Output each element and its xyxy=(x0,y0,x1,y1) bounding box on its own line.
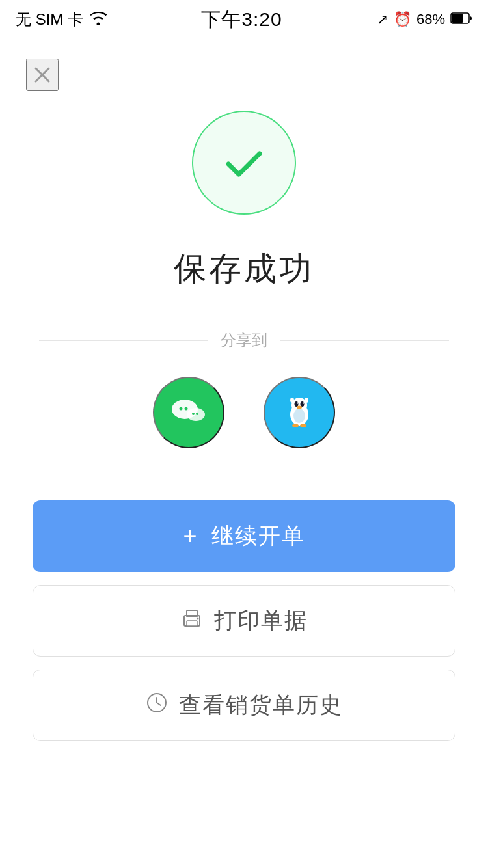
print-button[interactable]: 打印单据 xyxy=(33,585,455,657)
continue-label: 继续开单 xyxy=(211,521,305,551)
svg-point-25 xyxy=(197,618,199,620)
svg-point-5 xyxy=(187,408,205,421)
wechat-share-button[interactable] xyxy=(153,377,224,448)
location-icon: ↗ xyxy=(377,11,388,28)
print-label: 打印单据 xyxy=(214,606,308,636)
battery-icon xyxy=(450,11,472,28)
qq-icon xyxy=(278,391,321,434)
svg-point-7 xyxy=(185,407,188,411)
alarm-icon: ⏰ xyxy=(394,11,411,28)
close-button[interactable] xyxy=(26,59,59,91)
history-label: 查看销货单历史 xyxy=(179,690,343,720)
continue-plus-icon: + xyxy=(183,522,198,550)
checkmark-icon xyxy=(218,137,270,189)
share-label: 分享到 xyxy=(221,330,267,351)
svg-point-14 xyxy=(297,402,298,403)
svg-rect-1 xyxy=(452,14,463,23)
battery-label: 68% xyxy=(416,11,445,28)
close-icon xyxy=(31,63,54,87)
time-display: 下午3:20 xyxy=(201,7,282,33)
qq-share-button[interactable] xyxy=(264,377,335,448)
svg-point-9 xyxy=(196,413,198,415)
continue-button[interactable]: + 继续开单 xyxy=(33,500,455,572)
wifi-icon xyxy=(90,10,107,29)
wechat-icon xyxy=(167,391,210,434)
svg-point-18 xyxy=(292,424,299,427)
actions-section: + 继续开单 打印单据 xyxy=(0,500,488,741)
success-circle xyxy=(192,111,296,215)
success-title: 保存成功 xyxy=(174,247,314,291)
svg-point-15 xyxy=(303,402,304,403)
print-icon xyxy=(180,606,204,635)
status-bar: 无 SIM 卡 下午3:20 ↗ ⏰ 68% xyxy=(0,0,488,39)
history-button[interactable]: 查看销货单历史 xyxy=(33,670,455,741)
svg-point-8 xyxy=(192,413,195,415)
divider-right xyxy=(280,340,449,341)
share-icons-row xyxy=(153,377,335,448)
main-content: 保存成功 分享到 xyxy=(0,39,488,868)
svg-point-13 xyxy=(301,401,305,407)
svg-point-21 xyxy=(305,398,308,403)
svg-point-16 xyxy=(297,406,302,409)
svg-point-6 xyxy=(180,407,183,411)
status-right: ↗ ⏰ 68% xyxy=(377,11,472,28)
svg-point-17 xyxy=(293,409,305,423)
divider-left xyxy=(39,340,208,341)
history-icon xyxy=(145,691,169,720)
success-section: 保存成功 分享到 xyxy=(0,39,488,741)
svg-point-12 xyxy=(295,401,299,407)
sim-label: 无 SIM 卡 xyxy=(16,9,83,30)
svg-point-19 xyxy=(300,424,306,427)
svg-rect-24 xyxy=(187,621,197,626)
svg-point-20 xyxy=(290,398,294,403)
status-left: 无 SIM 卡 xyxy=(16,9,107,30)
share-divider-row: 分享到 xyxy=(0,330,488,351)
